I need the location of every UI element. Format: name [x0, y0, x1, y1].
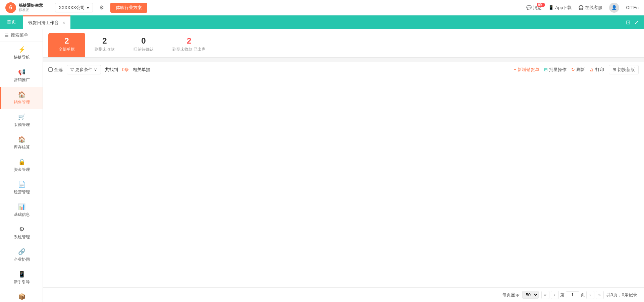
page-suffix-label: 页: [581, 292, 585, 298]
stat-tab-overdue[interactable]: 2 到期未收款: [85, 33, 124, 57]
sales-icon: 🏠: [18, 91, 25, 98]
last-page-button[interactable]: »: [596, 291, 604, 299]
search-label: 搜索菜单: [11, 32, 28, 38]
avatar-icon: 👤: [611, 5, 617, 10]
add-icon: + 新增销货单: [514, 67, 539, 73]
sidebar-item-inventory[interactable]: 🏠 库存核算: [0, 132, 43, 154]
switch-icon: ⊞: [612, 67, 616, 72]
stat-num-pending: 0: [133, 36, 154, 46]
enterprise-icon: 🔗: [18, 248, 25, 255]
maximize-icon[interactable]: ⤢: [634, 19, 639, 25]
sidebar-item-label: 经营管理: [14, 189, 30, 195]
company-name: XXXXXX公司: [59, 5, 85, 11]
refresh-button[interactable]: ↻ 刷新: [571, 67, 585, 73]
finance-icon: 🔒: [18, 158, 25, 166]
sidebar-search[interactable]: ☰ 搜索菜单: [0, 29, 43, 42]
tab-close-icon[interactable]: ×: [63, 20, 65, 25]
sidebar-item-label: 快捷导航: [14, 55, 30, 60]
company-selector[interactable]: XXXXXX公司 ▾: [55, 3, 93, 12]
filter-button[interactable]: ▽ 更多条件 ∨: [67, 65, 101, 74]
system-icon: ⚙: [19, 226, 24, 233]
add-sales-order-button[interactable]: + 新增销货单: [514, 67, 539, 73]
stat-label-all: 全部单据: [55, 47, 78, 52]
batch-label: 批量操作: [549, 67, 567, 73]
batch-operation-button[interactable]: ⊞ 批量操作: [544, 67, 567, 73]
found-count: 0条: [122, 67, 129, 73]
logo-icon: 6: [5, 2, 16, 13]
purchase-icon: 🛒: [18, 113, 25, 121]
trial-button[interactable]: 体验行业方案: [110, 3, 147, 13]
logo-title: 畅捷通好生意: [19, 3, 43, 8]
empty-state: [43, 78, 644, 287]
sidebar-item-label: 企业协同: [14, 257, 30, 262]
stat-label-shipped: 到期未收款 已出库: [172, 47, 206, 52]
message-icon: 💬: [526, 5, 532, 10]
print-button[interactable]: 🖨 打印: [590, 67, 604, 73]
sidebar-item-finance[interactable]: 🔒 资金管理: [0, 154, 43, 177]
tab-home[interactable]: 首页: [0, 15, 23, 29]
tab-label: 钱货日清工作台: [28, 20, 59, 26]
main-layout: ☰ 搜索菜单 ⚡ 快捷导航 📢 营销推广 🏠 销售管理 🛒 采购管理 🏠 库存核…: [0, 29, 644, 302]
filter-chevron-icon: ∨: [94, 67, 97, 72]
top-right-area: 💬 消息 99+ 📱 App下载 🎧 在线客服 👤 OfTEn: [526, 3, 639, 13]
sidebar-item-system[interactable]: ⚙ 系统管理: [0, 222, 43, 244]
message-badge: 99+: [537, 3, 545, 7]
per-page-label: 每页显示: [502, 292, 520, 298]
sidebar-item-app-center[interactable]: 📦 应用中心: [0, 289, 43, 302]
avatar-name[interactable]: OfTEn: [626, 5, 639, 10]
sidebar-item-label: 资金管理: [14, 167, 30, 173]
message-button[interactable]: 💬 消息 99+: [526, 5, 542, 11]
prev-page-button[interactable]: ‹: [551, 291, 559, 299]
sidebar-item-label: 系统管理: [14, 234, 30, 240]
refresh-icon: ↻: [571, 67, 575, 72]
minimize-icon[interactable]: ⊡: [626, 19, 630, 25]
quick-nav-icon: ⚡: [18, 46, 25, 53]
stats-tabs: 2 全部单据 2 到期未收款 0 旺辅待确认 2 到期未收款 已出库: [43, 29, 644, 58]
stat-num-all: 2: [55, 36, 78, 46]
operations-icon: 📄: [18, 181, 25, 188]
basic-info-icon: 📊: [18, 203, 25, 210]
batch-icon: ⊞: [544, 67, 548, 72]
app-download-button[interactable]: 📱 App下载: [548, 5, 572, 11]
stat-num-shipped: 2: [172, 36, 206, 46]
sidebar-item-operations[interactable]: 📄 经营管理: [0, 177, 43, 199]
sidebar: ☰ 搜索菜单 ⚡ 快捷导航 📢 营销推广 🏠 销售管理 🛒 采购管理 🏠 库存核…: [0, 29, 43, 302]
online-service-button[interactable]: 🎧 在线客服: [578, 5, 602, 11]
sidebar-item-label: 营销推广: [14, 77, 30, 83]
sidebar-item-guide[interactable]: 📱 新手引导: [0, 266, 43, 289]
page-number-input[interactable]: [566, 291, 579, 298]
guide-icon: 📱: [18, 270, 25, 278]
tab-bar: 首页 钱货日清工作台 × ⊡ ⤢: [0, 15, 644, 29]
sidebar-item-enterprise[interactable]: 🔗 企业协同: [0, 244, 43, 266]
online-service-label: 在线客服: [585, 5, 602, 11]
download-icon: 📱: [548, 5, 554, 10]
sidebar-item-label: 基础信息: [14, 212, 30, 218]
select-all-input[interactable]: [48, 67, 53, 72]
sidebar-item-label: 销售管理: [14, 100, 30, 105]
app-download-label: App下载: [555, 5, 572, 11]
avatar[interactable]: 👤: [609, 3, 619, 13]
tab-active[interactable]: 钱货日清工作台 ×: [23, 15, 70, 29]
switch-version-button[interactable]: ⊞ 切换新版: [609, 65, 639, 74]
stat-tab-all[interactable]: 2 全部单据: [48, 33, 85, 57]
tab-bar-right: ⊡ ⤢: [626, 15, 644, 29]
sidebar-item-purchase[interactable]: 🛒 采购管理: [0, 109, 43, 132]
sidebar-item-basic-info[interactable]: 📊 基础信息: [0, 199, 43, 222]
next-page-button[interactable]: ›: [586, 291, 594, 299]
sidebar-item-sales[interactable]: 🏠 销售管理: [0, 87, 43, 109]
page-prefix-label: 第: [560, 292, 565, 298]
per-page-select[interactable]: 50: [522, 291, 539, 299]
first-page-button[interactable]: «: [541, 291, 549, 299]
stat-label-overdue: 到期未收款: [95, 47, 115, 52]
stat-tab-shipped[interactable]: 2 到期未收款 已出库: [163, 33, 215, 57]
sidebar-item-marketing[interactable]: 📢 营销推广: [0, 64, 43, 87]
settings-icon[interactable]: ⚙: [97, 3, 106, 12]
select-all-checkbox[interactable]: 全选: [48, 67, 63, 73]
sidebar-item-quick-nav[interactable]: ⚡ 快捷导航: [0, 42, 43, 64]
stat-tab-pending[interactable]: 0 旺辅待确认: [124, 33, 163, 57]
sidebar-item-label: 库存核算: [14, 144, 30, 150]
filter-icon: ▽: [70, 67, 74, 72]
switch-label: 切换新版: [618, 67, 635, 73]
filter-label: 更多条件: [75, 67, 93, 73]
found-suffix: 相关单据: [133, 67, 150, 73]
